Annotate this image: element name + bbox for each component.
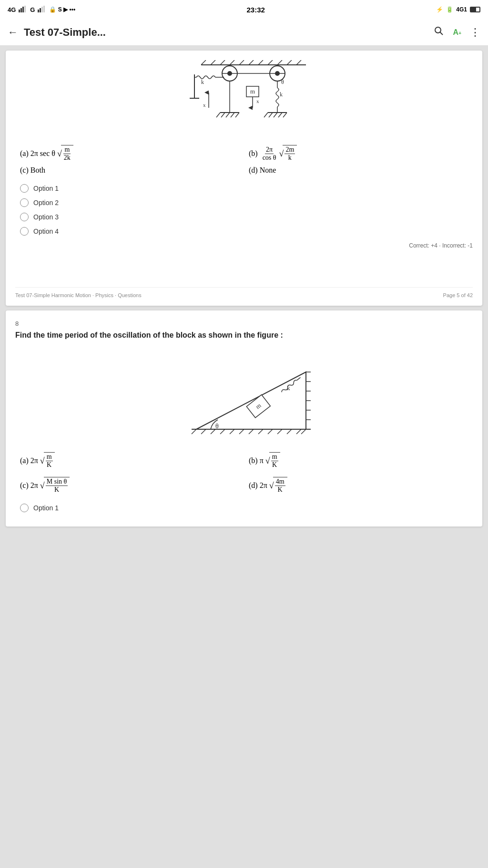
radio-option-2[interactable]: Option 2 bbox=[20, 198, 468, 207]
svg-rect-6 bbox=[41, 7, 43, 12]
radio-q8-label-1: Option 1 bbox=[33, 504, 59, 512]
svg-text:m: m bbox=[250, 88, 255, 95]
card-footer: Test 07-Simple Harmonic Motion · Physics… bbox=[15, 287, 473, 298]
svg-line-37 bbox=[226, 113, 230, 117]
svg-line-69 bbox=[287, 429, 292, 434]
radio-label-4: Option 4 bbox=[33, 227, 59, 235]
svg-text:x: x bbox=[203, 102, 206, 108]
option-b-sqrt: √ 2m k bbox=[279, 145, 297, 162]
nav-bar: ← Test 07-Simple... A+ ⋮ bbox=[0, 19, 488, 46]
svg-line-14 bbox=[230, 60, 234, 65]
svg-text:k: k bbox=[280, 91, 283, 98]
option-d-q8-label: (d) 2π bbox=[249, 481, 267, 490]
option-c-q8-label: (c) 2π bbox=[20, 481, 38, 490]
svg-line-68 bbox=[277, 429, 282, 434]
svg-line-17 bbox=[258, 60, 263, 65]
svg-line-54 bbox=[283, 113, 287, 117]
radio-circle-1[interactable] bbox=[20, 184, 29, 193]
option-c-label: (c) Both bbox=[20, 166, 45, 175]
svg-rect-2 bbox=[22, 7, 24, 12]
option-a-sqrt: √ m 2k bbox=[57, 145, 73, 162]
svg-text:θ: θ bbox=[281, 79, 284, 85]
status-right: ⚡ 🔋 4G1 bbox=[436, 6, 480, 13]
signal-bars-2 bbox=[38, 6, 46, 14]
incline-svg: m k θ bbox=[173, 348, 315, 444]
radio-option-4[interactable]: Option 4 bbox=[20, 227, 468, 236]
radio-circle-2[interactable] bbox=[20, 198, 29, 207]
radio-label-3: Option 3 bbox=[33, 213, 59, 221]
font-size-icon[interactable]: A+ bbox=[453, 28, 461, 37]
svg-line-67 bbox=[268, 429, 273, 434]
option-b-fraction: 2π cos θ bbox=[262, 146, 277, 162]
option-c-math: (c) Both bbox=[20, 166, 239, 175]
search-icon[interactable] bbox=[433, 25, 445, 40]
footer-left: Test 07-Simple Harmonic Motion · Physics… bbox=[15, 292, 142, 298]
svg-line-13 bbox=[220, 60, 225, 65]
svg-text:k: k bbox=[287, 384, 290, 392]
svg-line-18 bbox=[268, 60, 273, 65]
option-b-label: (b) bbox=[249, 149, 260, 158]
network-g: G bbox=[30, 6, 35, 13]
option-a-q8-label: (a) 2π bbox=[20, 456, 38, 465]
bluetooth-icon: ⚡ bbox=[436, 6, 443, 13]
radio-q8-option-1[interactable]: Option 1 bbox=[20, 504, 468, 512]
signal-4g: 4G bbox=[8, 6, 16, 13]
svg-line-53 bbox=[278, 113, 282, 117]
signal-bars-1 bbox=[19, 6, 27, 14]
svg-line-65 bbox=[249, 429, 254, 434]
radio-options-q8: Option 1 bbox=[15, 504, 473, 512]
radio-q8-circle-1[interactable] bbox=[20, 504, 29, 512]
math-options: (a) 2π sec θ √ m 2k (b) 2π cos θ √ bbox=[15, 145, 473, 175]
status-time: 23:32 bbox=[247, 6, 265, 14]
radio-option-1[interactable]: Option 1 bbox=[20, 184, 468, 193]
battery-bar bbox=[470, 7, 480, 12]
option-a-label: (a) 2π sec θ bbox=[20, 149, 55, 158]
option-b-q8-sqrt: √ m K bbox=[265, 452, 280, 469]
radio-label-2: Option 2 bbox=[33, 199, 59, 207]
svg-line-63 bbox=[230, 429, 234, 434]
option-d-q8-sqrt: √ 4m K bbox=[269, 477, 287, 494]
svg-line-16 bbox=[249, 60, 254, 65]
svg-line-19 bbox=[277, 60, 282, 65]
option-c-q8-sqrt: √ M sin θ K bbox=[40, 477, 70, 494]
footer-right: Page 5 of 42 bbox=[443, 292, 473, 298]
option-b-q8: (b) π √ m K bbox=[249, 452, 468, 469]
svg-rect-4 bbox=[38, 10, 39, 12]
page-title: Test 07-Simple... bbox=[24, 26, 427, 39]
svg-line-71 bbox=[301, 429, 306, 434]
svg-line-12 bbox=[211, 60, 215, 65]
nav-icons: A+ ⋮ bbox=[433, 25, 480, 40]
radio-option-3[interactable]: Option 3 bbox=[20, 213, 468, 221]
radio-options-group: Option 1 Option 2 Option 3 Option 4 bbox=[15, 184, 473, 236]
lte-indicator: 4G1 bbox=[456, 6, 467, 13]
question-card-8: 8 Find the time period of the oscillatio… bbox=[6, 310, 482, 527]
question-text-8: Find the time period of the oscillation … bbox=[15, 330, 473, 341]
svg-line-81 bbox=[297, 378, 301, 381]
option-d-label: (d) None bbox=[249, 166, 276, 175]
svg-line-64 bbox=[239, 429, 244, 434]
svg-rect-5 bbox=[40, 8, 41, 12]
svg-line-35 bbox=[216, 113, 220, 117]
option-c-q8: (c) 2π √ M sin θ K bbox=[20, 477, 239, 494]
svg-line-15 bbox=[239, 60, 244, 65]
option-b-math: (b) 2π cos θ √ 2m k bbox=[249, 145, 468, 162]
svg-rect-7 bbox=[43, 6, 45, 12]
back-button[interactable]: ← bbox=[8, 26, 18, 39]
option-a-q8: (a) 2π √ m K bbox=[20, 452, 239, 469]
question-number-8: 8 bbox=[15, 320, 473, 327]
svg-line-39 bbox=[235, 113, 239, 117]
radio-circle-3[interactable] bbox=[20, 213, 29, 221]
svg-line-62 bbox=[220, 429, 225, 434]
svg-line-51 bbox=[269, 113, 273, 117]
svg-rect-0 bbox=[19, 10, 20, 12]
svg-line-66 bbox=[258, 429, 263, 434]
question-diagram: m x x θ k k bbox=[15, 60, 473, 136]
option-d-q8: (d) 2π √ 4m K bbox=[249, 477, 468, 494]
battery-icon: 🔋 bbox=[446, 6, 453, 13]
svg-rect-3 bbox=[24, 6, 26, 12]
more-options-icon[interactable]: ⋮ bbox=[470, 26, 480, 39]
option-a-q8-sqrt: √ m K bbox=[40, 452, 55, 469]
option-d-math: (d) None bbox=[249, 166, 468, 175]
svg-marker-57 bbox=[196, 372, 306, 429]
radio-circle-4[interactable] bbox=[20, 227, 29, 236]
